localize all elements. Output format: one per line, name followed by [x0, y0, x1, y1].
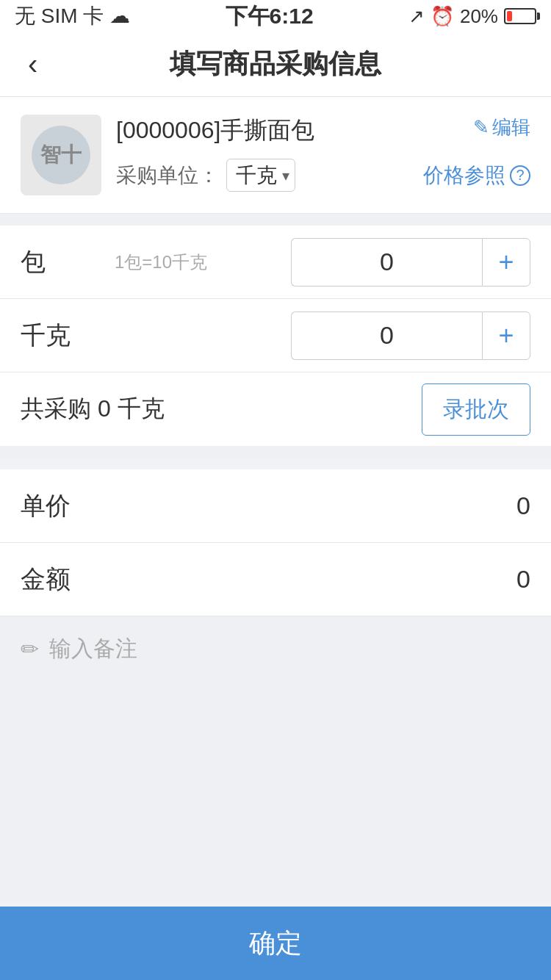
battery-percentage: 20%: [460, 5, 498, 28]
product-name: [0000006]手撕面包: [116, 115, 314, 147]
summary-text: 共采购 0 千克: [21, 393, 165, 425]
kg-input-right: +: [291, 311, 530, 360]
section-divider-1: [0, 214, 551, 226]
pencil-icon: ✏: [21, 636, 39, 662]
alarm-icon: ⏰: [431, 5, 454, 28]
record-batch-button[interactable]: 录批次: [422, 383, 530, 436]
sim-status: 无 SIM 卡 ☁: [15, 2, 130, 30]
kg-label: 千克: [21, 319, 109, 353]
unit-select[interactable]: 千克: [226, 159, 295, 192]
amount-value: 0: [516, 565, 530, 594]
unit-select-wrapper[interactable]: 千克: [226, 159, 295, 192]
page-title: 填写商品采购信息: [170, 46, 381, 82]
info-section: 单价 0 金额 0: [0, 469, 551, 616]
nav-bar: ‹ 填写商品采购信息: [0, 32, 551, 97]
pack-quantity-input[interactable]: [291, 238, 482, 287]
amount-row: 金额 0: [0, 543, 551, 616]
product-info: [0000006]手撕面包 ✎ 编辑 采购单位： 千克 价格参照: [116, 115, 530, 192]
content-filler: [0, 682, 551, 902]
pack-input-row: 包 1包=10千克 +: [0, 226, 551, 299]
unit-label: 采购单位：: [116, 162, 219, 190]
kg-quantity-input[interactable]: [291, 311, 482, 360]
summary-row: 共采购 0 千克 录批次: [0, 372, 551, 446]
kg-plus-button[interactable]: +: [482, 311, 530, 360]
remark-placeholder: 输入备注: [49, 634, 137, 664]
pack-input-right: +: [291, 238, 530, 287]
status-left: 无 SIM 卡 ☁: [15, 2, 130, 30]
pack-sub-label: 1包=10千克: [115, 251, 291, 274]
status-right: ↗ ⏰ 20%: [408, 5, 536, 28]
unit-price-value: 0: [516, 491, 530, 520]
remark-section[interactable]: ✏ 输入备注: [0, 616, 551, 682]
status-bar: 无 SIM 卡 ☁ 下午6:12 ↗ ⏰ 20%: [0, 0, 551, 32]
price-reference-button[interactable]: 价格参照 ?: [423, 162, 530, 190]
pack-label: 包: [21, 245, 109, 279]
product-card: 智十 [0000006]手撕面包 ✎ 编辑 采购单位： 千克: [0, 97, 551, 214]
location-icon: ↗: [408, 5, 425, 28]
product-image: 智十: [21, 115, 101, 195]
edit-icon: ✎: [473, 116, 489, 139]
price-ref-info-icon: ?: [510, 165, 530, 186]
unit-price-label: 单价: [21, 489, 71, 523]
back-button[interactable]: ‹: [21, 40, 45, 88]
edit-button[interactable]: ✎ 编辑: [473, 115, 530, 140]
status-time: 下午6:12: [226, 1, 314, 32]
product-logo: 智十: [32, 126, 90, 184]
input-section: 包 1包=10千克 + 千克 +: [0, 226, 551, 372]
confirm-button[interactable]: 确定: [0, 907, 551, 980]
amount-label: 金额: [21, 563, 71, 597]
pack-plus-button[interactable]: +: [482, 238, 530, 287]
section-divider-2: [0, 446, 551, 458]
unit-price-row: 单价 0: [0, 469, 551, 543]
battery-icon: [504, 8, 536, 24]
kg-input-row: 千克 +: [0, 299, 551, 372]
confirm-button-label: 确定: [249, 926, 302, 962]
